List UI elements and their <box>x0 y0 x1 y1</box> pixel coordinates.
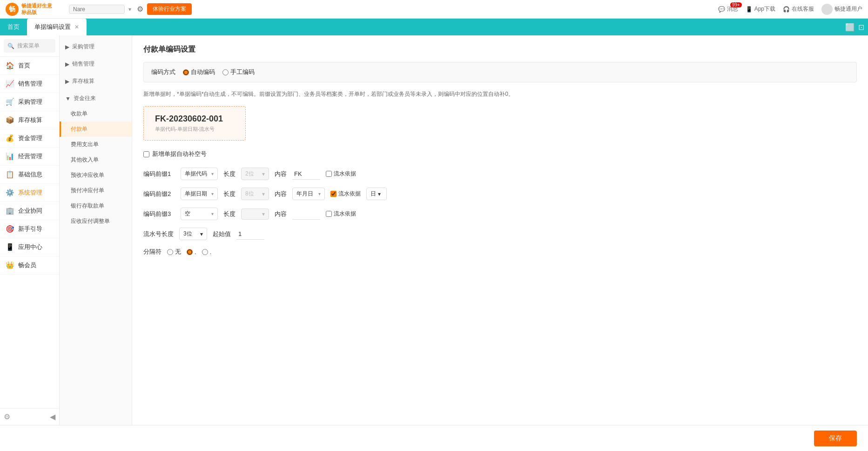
content2-arrow-icon: ▾ <box>318 191 321 196</box>
sep-dot2-option[interactable]: . <box>202 249 212 256</box>
tab-minimize-icon[interactable]: ⬜ <box>845 23 855 32</box>
secondary-group-capital-header[interactable]: ▼ 资金往来 <box>60 91 132 106</box>
message-tool[interactable]: 💬 消息 99+ <box>718 5 738 13</box>
sep-dot-option[interactable]: . <box>187 249 196 256</box>
prefix3-select[interactable]: 空 ▾ <box>181 208 218 220</box>
length2-select[interactable]: 8位 ▾ <box>241 188 269 200</box>
stream3-checkbox[interactable] <box>326 211 332 217</box>
chevron-down-icon: ▼ <box>65 95 71 102</box>
prefix2-select[interactable]: 单据日期 ▾ <box>181 188 218 200</box>
sales-icon: 📈 <box>6 80 14 88</box>
secondary-item-payment[interactable]: 付款单 <box>60 121 132 137</box>
sidebar-search-button[interactable]: 🔍 搜索菜单 <box>4 39 55 53</box>
config-row-2: 编码前缀2 单据日期 ▾ 长度 8位 ▾ 内容 年月日 ▾ 流水依据 日 ▾ <box>143 188 857 200</box>
online-service-tool[interactable]: 🎧 在线客服 <box>783 5 814 13</box>
tab-bar-right: ⬜ ⊡ <box>845 23 868 32</box>
chevron-right-icon2: ▶ <box>65 61 69 67</box>
stream2-check: 流水依据 <box>330 190 361 198</box>
app-download-tool[interactable]: 📱 App下载 <box>746 5 775 13</box>
right-tools: 💬 消息 99+ 📱 App下载 🎧 在线客服 畅捷通用户 <box>718 4 862 15</box>
start-value-input[interactable] <box>236 229 264 240</box>
sidebar-item-base[interactable]: 📋 基础信息 <box>0 166 59 184</box>
enterprise-icon: 🏢 <box>6 207 14 215</box>
auto-encoding-option[interactable]: 自动编码 <box>183 68 215 76</box>
content2-select[interactable]: 年月日 ▾ <box>292 188 325 200</box>
length1-select[interactable]: 2位 ▾ <box>241 168 269 180</box>
secondary-group-inventory-header[interactable]: ▶ 库存核算 <box>60 74 132 89</box>
logo-area: 畅 畅捷通好生意 标品版 <box>6 3 65 16</box>
tab-bar: 首页 单据编码设置 ✕ ⬜ ⊡ <box>0 19 868 35</box>
sidebar-item-operations[interactable]: 📊 经营管理 <box>0 148 59 166</box>
auto-encoding-radio[interactable] <box>183 69 189 75</box>
secondary-item-bank[interactable]: 银行存取款单 <box>60 198 132 214</box>
sidebar-item-finance[interactable]: 💰 资金管理 <box>0 129 59 148</box>
serial-length-select[interactable]: 3位 ▾ <box>179 228 207 240</box>
length3-select[interactable]: ▾ <box>241 209 269 220</box>
tab-close-icon[interactable]: ✕ <box>74 24 79 30</box>
guide-icon: 🎯 <box>6 225 14 233</box>
purchase-icon: 🛒 <box>6 98 14 106</box>
start-value-label: 起始值 <box>213 230 231 238</box>
manual-encoding-radio[interactable] <box>222 69 229 75</box>
sidebar-item-sales[interactable]: 📈 销售管理 <box>0 75 59 93</box>
sidebar-item-home[interactable]: 🏠 首页 <box>0 57 59 75</box>
stream1-check: 流水依据 <box>326 170 356 178</box>
content1-label: 内容 <box>275 170 287 178</box>
config-row-1: 编码前缀1 单据代码 ▾ 长度 2位 ▾ 内容 流水依据 <box>143 168 857 180</box>
content3-input[interactable] <box>292 209 320 220</box>
content1-input[interactable] <box>292 168 320 180</box>
description-text: 新增单据时，*单据编码*自动生成，不可编辑。前缀设置为部门、业务员等档案类，开单… <box>143 90 857 99</box>
operations-icon: 📊 <box>6 152 14 161</box>
separator-row: 分隔符 无 . . <box>143 248 857 256</box>
settings-bottom-icon[interactable]: ⚙ <box>4 412 10 421</box>
serial-length-label: 流水号长度 <box>143 230 174 238</box>
stream1-checkbox[interactable] <box>326 171 332 177</box>
sidebar-search: 🔍 搜索菜单 <box>0 35 59 57</box>
secondary-group-purchase-header[interactable]: ▶ 采购管理 <box>60 39 132 54</box>
tab-home[interactable]: 首页 <box>0 19 27 35</box>
trial-button[interactable]: 体验行业方案 <box>147 3 192 15</box>
sidebar-item-guide[interactable]: 🎯 新手引导 <box>0 220 59 238</box>
serial-arrow-icon: ▾ <box>200 231 203 237</box>
mobile-icon: 📱 <box>746 6 753 13</box>
tab-expand-icon[interactable]: ⊡ <box>858 23 864 32</box>
stream2-checkbox[interactable] <box>330 191 336 197</box>
system-icon: ⚙️ <box>6 188 14 197</box>
secondary-item-advance-receipt[interactable]: 预收冲应收单 <box>60 168 132 183</box>
secondary-item-receipt[interactable]: 收款单 <box>60 106 132 121</box>
sidebar-item-purchase[interactable]: 🛒 采购管理 <box>0 93 59 111</box>
sidebar-item-member[interactable]: 👑 畅会员 <box>0 256 59 275</box>
dropdown-arrow-icon[interactable]: ▾ <box>128 6 131 13</box>
user-area[interactable]: 畅捷通用户 <box>821 4 862 15</box>
secondary-item-expense[interactable]: 费用支出单 <box>60 137 132 152</box>
prefix1-select[interactable]: 单据代码 ▾ <box>181 168 218 180</box>
tab-encoding[interactable]: 单据编码设置 ✕ <box>27 19 87 35</box>
secondary-item-adjust[interactable]: 应收应付调整单 <box>60 214 132 229</box>
sep-none-option[interactable]: 无 <box>167 248 181 256</box>
sidebar-item-inventory[interactable]: 📦 库存核算 <box>0 111 59 129</box>
collapse-icon[interactable]: ◀ <box>50 412 55 421</box>
sep-dot-radio[interactable] <box>187 249 193 255</box>
secondary-group-sales-header[interactable]: ▶ 销售管理 <box>60 56 132 72</box>
bottom-bar: 保存 <box>0 425 868 451</box>
length1-arrow-icon: ▾ <box>262 171 265 177</box>
sidebar-item-enterprise[interactable]: 🏢 企业协同 <box>0 202 59 220</box>
apps-icon: 📱 <box>6 243 14 251</box>
prefix1-label: 编码前缀1 <box>143 170 175 178</box>
inventory-icon: 📦 <box>6 116 14 124</box>
secondary-item-advance-payment[interactable]: 预付冲应付单 <box>60 183 132 198</box>
manual-encoding-option[interactable]: 手工编码 <box>222 68 255 76</box>
auto-fill-checkbox[interactable] <box>143 151 149 157</box>
sep-dot2-radio[interactable] <box>202 249 208 255</box>
settings-icon[interactable]: ⚙ <box>137 5 143 13</box>
page-title: 付款单编码设置 <box>143 45 857 54</box>
sep-none-radio[interactable] <box>167 249 173 255</box>
day-select[interactable]: 日 ▾ <box>366 188 387 200</box>
save-button[interactable]: 保存 <box>814 431 857 446</box>
main-layout: 🔍 搜索菜单 🏠 首页 📈 销售管理 🛒 采购管理 📦 库存核算 💰 <box>0 35 868 425</box>
secondary-item-income[interactable]: 其他收入单 <box>60 152 132 168</box>
breadcrumb-input[interactable] <box>69 5 125 14</box>
serial-row: 流水号长度 3位 ▾ 起始值 <box>143 228 857 240</box>
sidebar-item-apps[interactable]: 📱 应用中心 <box>0 238 59 256</box>
sidebar-item-system[interactable]: ⚙️ 系统管理 <box>0 184 59 202</box>
